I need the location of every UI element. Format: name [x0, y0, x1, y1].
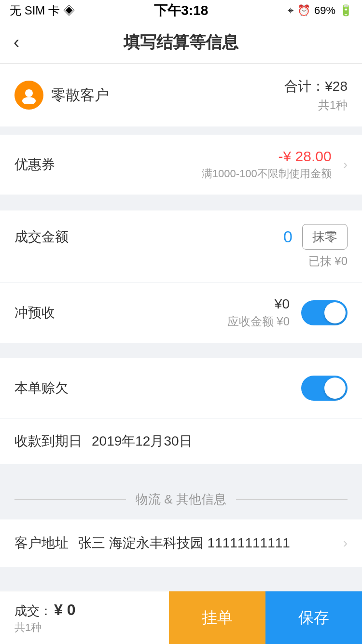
bottom-bar: 成交： ¥ 0 共1种 挂单 保存 — [0, 591, 362, 644]
summary-count: 共1种 — [14, 620, 154, 635]
coupon-row[interactable]: 优惠券 -¥ 28.00 满1000-100不限制使用金额 › — [0, 134, 362, 195]
svg-point-1 — [22, 97, 36, 104]
coupon-arrow-icon: › — [343, 157, 348, 172]
status-right: ⌖ ⏰ 69% 🔋 — [288, 4, 352, 17]
due-date-row: 收款到期日 2019年12月30日 — [0, 418, 362, 464]
status-bar: 无 SIM 卡 ◈ 下午3:18 ⌖ ⏰ 69% 🔋 — [0, 0, 362, 21]
coupon-amount: -¥ 28.00 — [202, 148, 332, 165]
due-date-value: 2019年12月30日 — [92, 432, 193, 450]
due-date-label: 收款到期日 — [14, 432, 82, 450]
transaction-label: 成交金额 — [14, 228, 69, 246]
credit-toggle[interactable] — [301, 376, 348, 401]
summary-amount: ¥ 0 — [54, 601, 75, 619]
customer-row: 零散客户 合计：¥28 共1种 — [0, 64, 362, 126]
toggle-knob — [324, 302, 346, 323]
customer-section: 零散客户 合计：¥28 共1种 — [0, 64, 362, 126]
location-icon: ⌖ — [288, 4, 293, 17]
logistics-label: 物流 & 其他信息 — [136, 491, 226, 508]
coupon-section[interactable]: 优惠券 -¥ 28.00 满1000-100不限制使用金额 › — [0, 134, 362, 195]
customer-avatar — [14, 81, 43, 110]
credit-section: 本单赊欠 收款到期日 2019年12月30日 — [0, 358, 362, 464]
address-row[interactable]: 客户地址 张三 海淀永丰科技园 11111111111 › — [0, 519, 362, 567]
coupon-label: 优惠券 — [14, 155, 55, 174]
transaction-row: 成交金额 0 抹零 已抹 ¥0 — [0, 210, 362, 282]
total-amount: 合计：¥28 — [284, 77, 348, 96]
bottom-summary: 成交： ¥ 0 共1种 — [0, 601, 169, 635]
alarm-icon: ⏰ — [297, 4, 310, 17]
total-count: 共1种 — [284, 98, 348, 113]
battery-icon: 🔋 — [339, 4, 352, 17]
round-button[interactable]: 抹零 — [302, 224, 348, 250]
prepay-top: 冲预收 ¥0 应收金额 ¥0 — [14, 296, 348, 329]
divider-1 — [0, 202, 362, 210]
transaction-section: 成交金额 0 抹零 已抹 ¥0 冲预收 ¥0 应收金额 ¥0 — [0, 210, 362, 343]
coupon-value-block: -¥ 28.00 满1000-100不限制使用金额 — [202, 148, 332, 181]
address-value: 张三 海淀永丰科技园 11111111111 — [78, 534, 339, 552]
address-arrow-icon: › — [343, 535, 348, 551]
battery-text: 69% — [314, 4, 335, 17]
status-left: 无 SIM 卡 ◈ — [10, 3, 75, 18]
prepay-right: ¥0 应收金额 ¥0 — [227, 296, 348, 329]
summary-label: 成交： — [14, 602, 52, 619]
transaction-top: 成交金额 0 抹零 — [14, 224, 348, 250]
hold-button[interactable]: 挂单 — [169, 591, 265, 644]
customer-total: 合计：¥28 共1种 — [284, 77, 348, 113]
transaction-amount[interactable]: 0 — [283, 227, 292, 246]
credit-row: 本单赊欠 — [0, 358, 362, 418]
transaction-value: 0 抹零 — [283, 224, 348, 250]
divider-line-right — [236, 499, 348, 500]
nav-bar: ‹ 填写结算等信息 — [0, 21, 362, 64]
credit-toggle-knob — [324, 378, 346, 399]
status-time: 下午3:18 — [154, 1, 208, 20]
customer-name: 零散客户 — [51, 85, 109, 105]
divider-line-left — [14, 499, 126, 500]
prepay-main-amount: ¥0 — [227, 296, 290, 312]
transaction-sub: 已抹 ¥0 — [14, 253, 348, 269]
prepay-sub-amount: 应收金额 ¥0 — [227, 314, 290, 329]
prepay-amounts: ¥0 应收金额 ¥0 — [227, 296, 290, 329]
svg-point-0 — [25, 89, 33, 97]
logistics-divider: 物流 & 其他信息 — [0, 479, 362, 519]
coupon-right: -¥ 28.00 满1000-100不限制使用金额 › — [202, 148, 348, 181]
address-label: 客户地址 — [14, 534, 69, 552]
coupon-desc: 满1000-100不限制使用金额 — [202, 167, 332, 181]
prepay-row: 冲预收 ¥0 应收金额 ¥0 — [0, 282, 362, 343]
address-section[interactable]: 客户地址 张三 海淀永丰科技园 11111111111 › — [0, 519, 362, 567]
customer-left: 零散客户 — [14, 81, 109, 110]
page-title: 填写结算等信息 — [124, 31, 238, 54]
save-button[interactable]: 保存 — [265, 591, 362, 644]
back-button[interactable]: ‹ — [14, 32, 19, 53]
prepay-label: 冲预收 — [14, 304, 55, 322]
prepay-toggle[interactable] — [301, 300, 348, 325]
credit-label: 本单赊欠 — [14, 379, 69, 397]
sim-text: 无 SIM 卡 ◈ — [10, 3, 75, 18]
divider-2 — [0, 350, 362, 358]
divider-3 — [0, 472, 362, 479]
due-date-content: 收款到期日 2019年12月30日 — [14, 432, 348, 450]
